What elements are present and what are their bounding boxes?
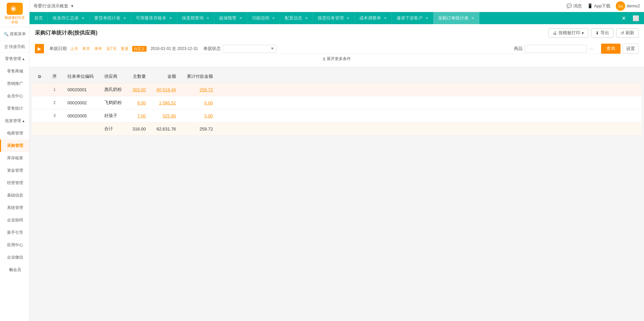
- cell-quantity[interactable]: 303.00: [127, 83, 151, 96]
- query-button[interactable]: 查询: [601, 44, 621, 54]
- collapse-filter-button[interactable]: ▶: [35, 44, 44, 53]
- sidebar-item-retail-mgmt[interactable]: 零售管理▲: [0, 53, 29, 65]
- export-icon: ⬇: [595, 31, 599, 36]
- tab-close-expiry-query[interactable]: ✕: [206, 16, 209, 20]
- maximize-button[interactable]: ⬜: [631, 14, 641, 22]
- tab-close-function-desc[interactable]: ✕: [272, 16, 275, 20]
- nav-tab-expiry-query[interactable]: 保质期查询✕: [177, 12, 214, 24]
- custom-date-badge: 自定义: [132, 46, 147, 52]
- nav-tab-available-stock[interactable]: 可用量库存账本✕: [131, 12, 177, 24]
- sidebar-item-new-guide[interactable]: 新手引导: [0, 226, 29, 239]
- sidebar-item-ecommerce-mgmt[interactable]: 电商管理: [0, 127, 29, 140]
- sidebar-item-operations-mgmt[interactable]: 经营管理: [0, 177, 29, 189]
- tab-close-invite-downstream[interactable]: ✕: [425, 16, 428, 20]
- sidebar-item-label-enterprise-collab: 企业协同: [7, 218, 23, 222]
- tab-close-purchase-stats[interactable]: ✕: [471, 16, 474, 20]
- sidebar-item-marketing[interactable]: 营销推广: [0, 77, 29, 90]
- col-supplier-name: 供应商: [99, 70, 127, 83]
- refresh-button[interactable]: ↺ 刷新: [616, 28, 639, 38]
- message-button[interactable]: 💬 消息: [567, 3, 582, 9]
- nav-tab-purchase-stats[interactable]: 采购订单统计表✕: [433, 12, 479, 24]
- print-button[interactable]: 🖨 按模板打印 ▾: [548, 28, 588, 38]
- sidebar-item-vip-member[interactable]: 畅会员: [0, 264, 29, 276]
- tab-close-available-stock[interactable]: ✕: [169, 16, 172, 20]
- app-download-button[interactable]: 📱 App下载: [587, 3, 610, 9]
- goods-filter: 商品 ···: [514, 45, 593, 53]
- footer-amount: 62,631.76: [151, 122, 181, 136]
- cell-quantity[interactable]: 6.00: [127, 96, 151, 109]
- tab-close-order-stats[interactable]: ✕: [123, 16, 126, 20]
- search-menu-button[interactable]: 🔍 搜索菜单: [2, 30, 27, 38]
- goods-more-btn[interactable]: ···: [589, 46, 593, 51]
- sidebar-search-area[interactable]: 🔍 搜索菜单: [0, 27, 29, 41]
- tab-close-cost-adjust[interactable]: ✕: [384, 16, 387, 20]
- tab-close-receive-send[interactable]: ✕: [82, 16, 85, 20]
- sidebar-item-basic-info[interactable]: 基础信息: [0, 189, 29, 202]
- nav-tab-invite-downstream[interactable]: 邀请下游客户✕: [392, 12, 433, 24]
- export-button[interactable]: ⬇ 导出: [591, 28, 613, 38]
- nav-tab-receive-send[interactable]: 收发存汇总表✕: [48, 12, 90, 24]
- sidebar-item-label-retail-stats: 零售统计: [7, 106, 23, 111]
- col-settings[interactable]: ⚙: [32, 70, 47, 83]
- sidebar-item-app-center[interactable]: 应用中心: [0, 239, 29, 251]
- sidebar-item-system-mgmt[interactable]: 系统管理: [0, 202, 29, 214]
- close-all-tabs-button[interactable]: ✕: [620, 14, 628, 22]
- filter-settings-button[interactable]: 设置: [623, 44, 639, 54]
- tab-label-overstock-warning: 超储预警: [219, 15, 236, 21]
- cell-paid-amount[interactable]: 0.00: [181, 109, 218, 122]
- cell-amount[interactable]: 60,519.44: [151, 83, 181, 96]
- tab-label-home: 首页: [34, 15, 43, 21]
- sidebar-item-finance-mgmt[interactable]: 资金管理: [0, 164, 29, 177]
- cell-amount[interactable]: 525.80: [151, 109, 181, 122]
- sidebar-item-label-member-center: 会员中心: [7, 94, 23, 98]
- cell-amount[interactable]: 1,586.52: [151, 96, 181, 109]
- nav-tab-home[interactable]: 首页: [30, 12, 48, 24]
- tab-close-pick-task[interactable]: ✕: [346, 16, 350, 20]
- cell-paid-amount[interactable]: 259.72: [181, 83, 218, 96]
- date-range-display: 2016-01-01 至 2023-12-31: [151, 46, 198, 52]
- message-label: 消息: [573, 3, 582, 9]
- sidebar-item-retail-store[interactable]: 零售商城: [0, 65, 29, 77]
- date-shortcut-近7天[interactable]: 近7天: [105, 46, 118, 52]
- user-profile[interactable]: Ea demo2: [616, 1, 640, 11]
- cell-quantity[interactable]: 7.00: [127, 109, 151, 122]
- goods-input[interactable]: [525, 45, 587, 53]
- sidebar-item-enterprise-wechat[interactable]: 企业微信: [0, 251, 29, 264]
- arrow-icon: ▲: [22, 57, 25, 61]
- nav-icon: ☰: [4, 45, 8, 49]
- expand-more-conditions-button[interactable]: ⊻ 展开更多条件: [323, 56, 351, 62]
- footer-num: [47, 122, 62, 136]
- nav-tab-config-info[interactable]: 配置信息✕: [280, 12, 313, 24]
- sidebar-item-enterprise-collab[interactable]: 企业协同: [0, 214, 29, 226]
- tab-close-overstock-warning[interactable]: ✕: [239, 16, 242, 20]
- nav-tab-overstock-warning[interactable]: 超储预警✕: [214, 12, 247, 24]
- status-select[interactable]: [223, 45, 276, 53]
- footer-supplier-label: 合计: [99, 122, 127, 136]
- sidebar-item-wholesale-mgmt[interactable]: 批发管理▲: [0, 115, 29, 127]
- table-container: ⚙ 序 往来单位编码 供应商 主数量 金额 累计付款金额 1 00: [32, 70, 641, 136]
- date-shortcut-更多[interactable]: 更多: [119, 46, 130, 52]
- table-header: ⚙ 序 往来单位编码 供应商 主数量 金额 累计付款金额: [32, 70, 641, 83]
- workspace-dropdown-icon[interactable]: ▾: [71, 3, 73, 8]
- nav-tab-cost-adjust[interactable]: 成本调整单✕: [355, 12, 392, 24]
- sidebar-item-label-ecommerce-mgmt: 电商管理: [7, 131, 23, 136]
- nav-tab-order-stats[interactable]: 要货单统计表✕: [90, 12, 131, 24]
- date-shortcut-上月[interactable]: 上月: [69, 46, 79, 52]
- nav-tabs-end: ✕ ⬜: [620, 14, 644, 22]
- cell-paid-amount[interactable]: 0.00: [181, 96, 218, 109]
- sidebar-item-purchase-mgmt[interactable]: 采购管理: [0, 140, 29, 152]
- sidebar-item-inventory-check[interactable]: 库存核算: [0, 152, 29, 164]
- nav-tab-function-desc[interactable]: 功能说明✕: [247, 12, 280, 24]
- sidebar-item-member-center[interactable]: 会员中心: [0, 90, 29, 102]
- date-shortcut-本月[interactable]: 本月: [81, 46, 92, 52]
- nav-tab-pick-task[interactable]: 拣货任务管理✕: [313, 12, 355, 24]
- cell-empty: [218, 83, 641, 96]
- expand-label: 展开更多条件: [327, 56, 351, 62]
- quick-nav-area[interactable]: ☰ 快捷导航: [0, 41, 29, 53]
- sidebar-item-label-system-mgmt: 系统管理: [7, 205, 23, 210]
- tab-close-config-info[interactable]: ✕: [305, 16, 308, 20]
- sidebar-item-retail-stats[interactable]: 零售统计: [0, 102, 29, 115]
- cell-num: 3: [47, 109, 62, 122]
- date-shortcut-本年[interactable]: 本年: [93, 46, 104, 52]
- quick-nav-button[interactable]: ☰ 快捷导航: [2, 43, 27, 51]
